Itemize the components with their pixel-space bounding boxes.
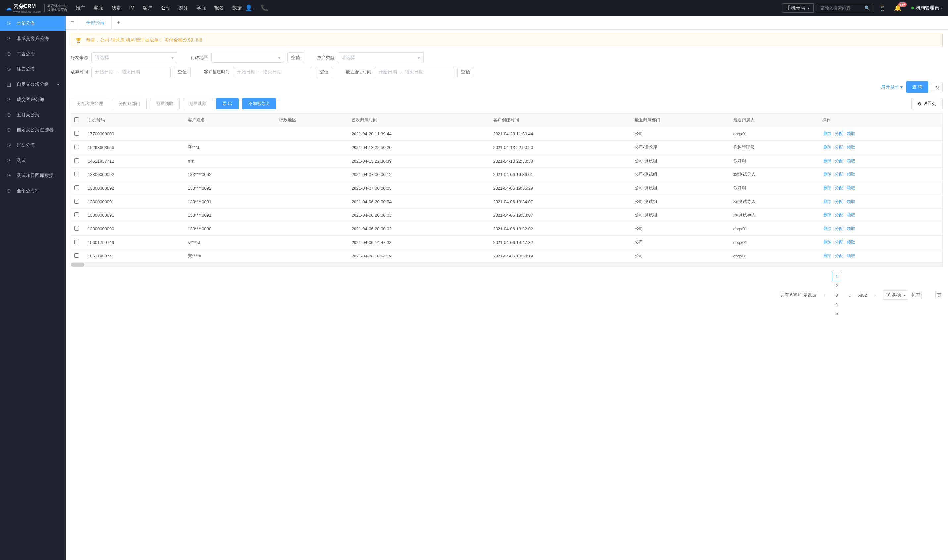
page-last[interactable]: 6882 bbox=[857, 290, 867, 300]
last-call-range[interactable]: 开始日期~结束日期 bbox=[375, 67, 454, 77]
op-assign[interactable]: 分配 bbox=[834, 145, 844, 149]
op-delete[interactable]: 删除 bbox=[822, 212, 833, 217]
nav-item-6[interactable]: 财务 bbox=[178, 4, 189, 12]
export-plain-button[interactable]: 不加密导出 bbox=[242, 98, 276, 109]
user-menu[interactable]: 机构管理员 ▾ bbox=[911, 5, 943, 11]
op-claim[interactable]: 领取 bbox=[846, 212, 856, 217]
op-delete[interactable]: 删除 bbox=[822, 199, 833, 204]
region-empty-button[interactable]: 空值 bbox=[287, 52, 304, 63]
assign-dept-button[interactable]: 分配到部门 bbox=[112, 98, 147, 109]
page-1[interactable]: 1 bbox=[832, 272, 842, 281]
row-checkbox[interactable] bbox=[74, 145, 79, 149]
column-settings-button[interactable]: ⚙设置列 bbox=[911, 98, 943, 109]
horizontal-scrollbar[interactable] bbox=[71, 263, 942, 267]
refresh-button[interactable]: ↻ bbox=[932, 82, 943, 92]
page-jump-input[interactable] bbox=[921, 291, 936, 299]
page-3[interactable]: 3 bbox=[832, 290, 842, 300]
op-claim[interactable]: 领取 bbox=[846, 226, 856, 231]
nav-item-8[interactable]: 报名 bbox=[214, 4, 225, 12]
op-delete[interactable]: 删除 bbox=[822, 158, 833, 163]
op-claim[interactable]: 领取 bbox=[846, 172, 856, 177]
op-assign[interactable]: 分配 bbox=[834, 212, 844, 217]
op-assign[interactable]: 分配 bbox=[834, 253, 844, 258]
op-assign[interactable]: 分配 bbox=[834, 185, 844, 190]
nav-item-9[interactable]: 数据 bbox=[232, 4, 242, 12]
op-claim[interactable]: 领取 bbox=[846, 158, 856, 163]
row-checkbox[interactable] bbox=[74, 131, 79, 136]
row-checkbox[interactable] bbox=[74, 172, 79, 176]
create-time-range[interactable]: 开始日期~结束日期 bbox=[233, 67, 312, 77]
export-button[interactable]: 导 出 bbox=[216, 98, 239, 109]
op-delete[interactable]: 删除 bbox=[822, 253, 833, 258]
row-checkbox[interactable] bbox=[74, 158, 79, 163]
row-checkbox[interactable] bbox=[74, 253, 79, 258]
sidebar-item-9[interactable]: ⚆测试 bbox=[0, 153, 66, 168]
create-time-empty-button[interactable]: 空值 bbox=[316, 67, 332, 77]
row-checkbox[interactable] bbox=[74, 185, 79, 190]
nav-item-3[interactable]: IM bbox=[129, 4, 135, 12]
op-delete[interactable]: 删除 bbox=[822, 185, 833, 190]
nav-item-7[interactable]: 学服 bbox=[196, 4, 206, 12]
op-delete[interactable]: 删除 bbox=[822, 145, 833, 149]
op-delete[interactable]: 删除 bbox=[822, 226, 833, 231]
search-icon[interactable]: 🔍 bbox=[864, 5, 870, 11]
sidebar-item-6[interactable]: ⚆五月天公海 bbox=[0, 107, 66, 123]
op-assign[interactable]: 分配 bbox=[834, 131, 844, 136]
abandon-time-range[interactable]: 开始日期~结束日期 bbox=[91, 67, 171, 77]
nav-item-2[interactable]: 线索 bbox=[111, 4, 122, 12]
op-assign[interactable]: 分配 bbox=[834, 240, 844, 245]
sidebar-item-10[interactable]: ⚆测试昨日回库数据 bbox=[0, 168, 66, 183]
op-claim[interactable]: 领取 bbox=[846, 240, 856, 245]
row-checkbox[interactable] bbox=[74, 199, 79, 203]
sidebar-item-2[interactable]: ⚆二咨公海 bbox=[0, 46, 66, 62]
op-assign[interactable]: 分配 bbox=[834, 199, 844, 204]
scroll-thumb[interactable] bbox=[71, 263, 85, 267]
page-prev[interactable]: ‹ bbox=[820, 290, 829, 300]
batch-claim-button[interactable]: 批量领取 bbox=[150, 98, 180, 109]
filter-abandon-type-select[interactable]: 请选择▾ bbox=[338, 52, 424, 63]
tabs-collapse-icon[interactable]: ☰ bbox=[66, 16, 80, 29]
nav-item-4[interactable]: 客户 bbox=[142, 4, 153, 12]
op-delete[interactable]: 删除 bbox=[822, 240, 833, 245]
phone-icon[interactable]: 📞 bbox=[258, 4, 271, 12]
op-claim[interactable]: 领取 bbox=[846, 185, 856, 190]
sidebar-item-0[interactable]: ⚆全部公海 bbox=[0, 16, 66, 31]
mobile-icon[interactable]: 📱 bbox=[877, 4, 888, 12]
sidebar-item-4[interactable]: ◫自定义公海分组▾ bbox=[0, 77, 66, 92]
search-type-select[interactable]: 手机号码▾ bbox=[782, 3, 814, 12]
tab-add-button[interactable]: + bbox=[112, 19, 126, 26]
tab-active[interactable]: 全部公海 bbox=[80, 16, 112, 29]
abandon-time-empty-button[interactable]: 空值 bbox=[174, 67, 191, 77]
select-all-checkbox[interactable] bbox=[74, 117, 79, 122]
nav-item-1[interactable]: 客服 bbox=[93, 4, 104, 12]
page-size-select[interactable]: 10 条/页▾ bbox=[883, 290, 908, 300]
add-user-icon[interactable]: 👤₊ bbox=[242, 4, 258, 12]
page-4[interactable]: 4 bbox=[832, 300, 842, 309]
query-button[interactable]: 查 询 bbox=[906, 82, 928, 93]
op-claim[interactable]: 领取 bbox=[846, 131, 856, 136]
filter-source-select[interactable]: 请选择▾ bbox=[91, 52, 177, 63]
search-input[interactable] bbox=[818, 4, 864, 12]
page-2[interactable]: 2 bbox=[832, 281, 842, 290]
sidebar-item-3[interactable]: ⚆注安公海 bbox=[0, 62, 66, 77]
op-claim[interactable]: 领取 bbox=[846, 253, 856, 258]
sidebar-item-5[interactable]: ⚆成交客户公海 bbox=[0, 92, 66, 107]
op-delete[interactable]: 删除 bbox=[822, 172, 833, 177]
row-checkbox[interactable] bbox=[74, 240, 79, 244]
sidebar-item-7[interactable]: ⚆自定义公海过滤器 bbox=[0, 123, 66, 138]
sidebar-item-8[interactable]: ⚆消防公海 bbox=[0, 138, 66, 153]
nav-item-0[interactable]: 推广 bbox=[75, 4, 86, 12]
page-5[interactable]: 5 bbox=[832, 309, 842, 318]
row-checkbox[interactable] bbox=[74, 212, 79, 217]
assign-manager-button[interactable]: 分配客户经理 bbox=[71, 98, 109, 109]
bell-icon[interactable]: 🔔99+ bbox=[892, 4, 903, 12]
op-assign[interactable]: 分配 bbox=[834, 172, 844, 177]
row-checkbox[interactable] bbox=[74, 226, 79, 231]
filter-region-select[interactable]: ▾ bbox=[211, 52, 284, 63]
op-assign[interactable]: 分配 bbox=[834, 158, 844, 163]
sidebar-item-1[interactable]: ⚆非成交客户公海 bbox=[0, 31, 66, 46]
page-next[interactable]: › bbox=[870, 290, 879, 300]
last-call-empty-button[interactable]: 空值 bbox=[457, 67, 474, 77]
sidebar-item-11[interactable]: ⚆全部公海2 bbox=[0, 183, 66, 198]
op-assign[interactable]: 分配 bbox=[834, 226, 844, 231]
